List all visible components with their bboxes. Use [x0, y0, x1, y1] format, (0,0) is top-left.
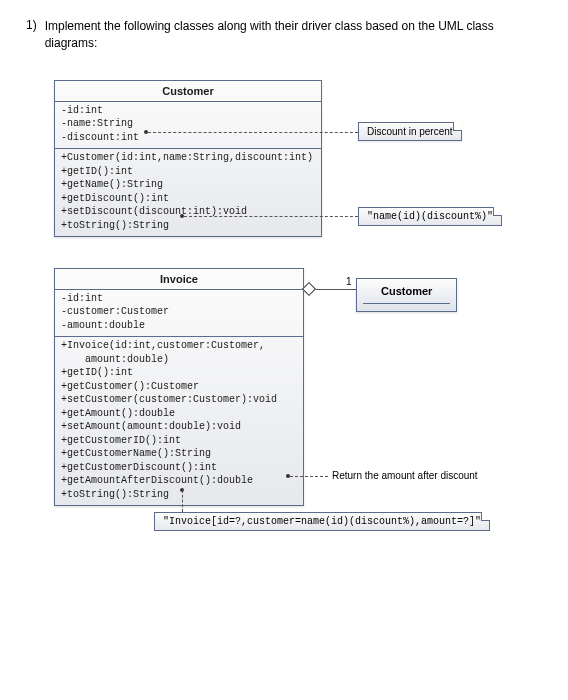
uml-method: +getCustomerDiscount():int: [61, 461, 297, 475]
uml-attributes: -id:int -customer:Customer -amount:doubl…: [55, 290, 303, 338]
note-text: "name(id)(discount%)": [367, 211, 493, 222]
aggregation-diamond-icon: [302, 282, 316, 296]
uml-method: +setCustomer(customer:Customer):void: [61, 393, 297, 407]
note-tostring-invoice: "Invoice[id=?,customer=name(id)(discount…: [154, 512, 490, 531]
uml-method: +getName():String: [61, 178, 315, 192]
note-tostring-customer: "name(id)(discount%)": [358, 207, 502, 226]
uml-method: +Customer(id:int,name:String,discount:in…: [61, 151, 315, 165]
uml-method: +setAmount(amount:double):void: [61, 420, 297, 434]
uml-attr-discount: -discount:int: [61, 131, 315, 145]
note-text: "Invoice[id=?,customer=name(id)(discount…: [163, 516, 481, 527]
uml-method: amount:double): [61, 353, 297, 367]
uml-method: +getCustomer():Customer: [61, 380, 297, 394]
question-number: 1): [26, 18, 37, 52]
question-text: Implement the following classes along wi…: [45, 18, 542, 52]
uml-class-title: Invoice: [55, 269, 303, 290]
uml-method-tostring: +toString():String: [61, 488, 297, 502]
dash-line: [182, 490, 183, 512]
uml-method: +Invoice(id:int,customer:Customer,: [61, 339, 297, 353]
multiplicity-label: 1: [346, 276, 352, 287]
uml-method: +getDiscount():int: [61, 192, 315, 206]
uml-class-invoice: Invoice -id:int -customer:Customer -amou…: [54, 268, 304, 507]
uml-attr: -id:int: [61, 292, 297, 306]
question: 1) Implement the following classes along…: [26, 18, 542, 52]
uml-class-title: Customer: [381, 285, 432, 297]
dash-line: [290, 476, 328, 477]
uml-attributes: -id:int -name:String -discount:int: [55, 102, 321, 150]
uml-class-ref-customer: Customer: [356, 278, 457, 312]
uml-attr: -name:String: [61, 117, 315, 131]
note-text: Discount in percent: [367, 126, 453, 137]
uml-method: +getID():int: [61, 165, 315, 179]
uml-method-getamountafter: +getAmountAfterDiscount():double: [61, 474, 297, 488]
uml-attr: -id:int: [61, 104, 315, 118]
uml-method: +getCustomerName():String: [61, 447, 297, 461]
dash-line: [148, 132, 358, 133]
note-amount-after: Return the amount after discount: [332, 470, 478, 481]
uml-method: +getID():int: [61, 366, 297, 380]
uml-method: +getAmount():double: [61, 407, 297, 421]
uml-method-tostring: +toString():String: [61, 219, 315, 233]
uml-attr: -amount:double: [61, 319, 297, 333]
uml-class-title: Customer: [55, 81, 321, 102]
association-line: [316, 289, 356, 290]
uml-diagram: Customer -id:int -name:String -discount:…: [54, 80, 542, 660]
uml-method: +getCustomerID():int: [61, 434, 297, 448]
dash-line: [184, 216, 358, 217]
uml-methods: +Customer(id:int,name:String,discount:in…: [55, 149, 321, 236]
uml-class-customer: Customer -id:int -name:String -discount:…: [54, 80, 322, 238]
note-discount-percent: Discount in percent: [358, 122, 462, 141]
uml-methods: +Invoice(id:int,customer:Customer, amoun…: [55, 337, 303, 505]
uml-attr: -customer:Customer: [61, 305, 297, 319]
